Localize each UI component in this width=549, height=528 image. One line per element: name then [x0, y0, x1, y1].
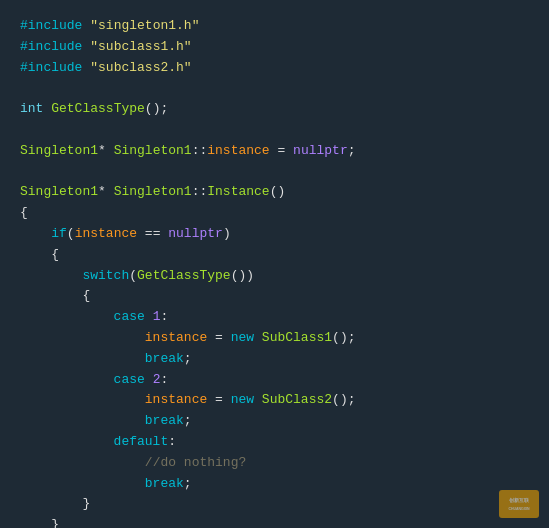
code-line: case 1:	[20, 307, 529, 328]
code-token: #include	[20, 58, 82, 79]
code-token: Singleton1	[20, 141, 98, 162]
code-line: default:	[20, 432, 529, 453]
svg-text:创新互联: 创新互联	[508, 497, 530, 503]
code-token: break	[20, 349, 184, 370]
code-token	[145, 307, 153, 328]
code-token	[145, 370, 153, 391]
code-token: //do nothing?	[145, 453, 246, 474]
code-token: =	[270, 141, 293, 162]
code-line: break;	[20, 349, 529, 370]
code-token: Singleton1	[114, 141, 192, 162]
code-token: ;	[184, 411, 192, 432]
code-token: ();	[332, 390, 355, 411]
code-line: //do nothing?	[20, 453, 529, 474]
code-token: #include	[20, 37, 82, 58]
code-token: instance	[20, 390, 207, 411]
code-block: #include "singleton1.h"#include "subclas…	[20, 16, 529, 528]
code-token	[82, 58, 90, 79]
code-line: }	[20, 494, 529, 515]
code-token: ();	[145, 99, 168, 120]
code-token: break	[20, 474, 184, 495]
code-token: Singleton1	[20, 182, 98, 203]
code-token: instance	[75, 224, 137, 245]
code-editor: #include "singleton1.h"#include "subclas…	[0, 0, 549, 528]
code-line: }	[20, 515, 529, 528]
code-line: break;	[20, 474, 529, 495]
code-token	[20, 453, 145, 474]
code-line	[20, 120, 529, 141]
watermark: 创新互联 CHUANGXIN	[499, 490, 539, 518]
code-token: if	[20, 224, 67, 245]
code-token: int	[20, 99, 43, 120]
code-token: nullptr	[168, 224, 223, 245]
code-line: instance = new SubClass1();	[20, 328, 529, 349]
code-token: *	[98, 182, 114, 203]
code-token: }	[20, 515, 59, 528]
code-token: 2	[153, 370, 161, 391]
svg-text:CHUANGXIN: CHUANGXIN	[508, 507, 530, 511]
code-token: break	[20, 411, 184, 432]
code-token: =	[207, 328, 230, 349]
code-token: #include	[20, 16, 82, 37]
code-token: :	[160, 307, 168, 328]
code-token: SubClass2	[262, 390, 332, 411]
code-line: #include "subclass1.h"	[20, 37, 529, 58]
code-token: {	[20, 203, 28, 224]
code-token: ())	[231, 266, 254, 287]
code-token: ()	[270, 182, 286, 203]
code-token: ==	[137, 224, 168, 245]
code-token: :	[160, 370, 168, 391]
code-line: instance = new SubClass2();	[20, 390, 529, 411]
code-token: (	[129, 266, 137, 287]
code-token	[254, 328, 262, 349]
code-token: {	[20, 245, 59, 266]
code-line: Singleton1* Singleton1::instance = nullp…	[20, 141, 529, 162]
code-token: 1	[153, 307, 161, 328]
svg-rect-0	[501, 492, 537, 516]
code-token: case	[20, 307, 145, 328]
code-line: #include "singleton1.h"	[20, 16, 529, 37]
code-token: =	[207, 390, 230, 411]
code-token: :	[168, 432, 176, 453]
code-token: *	[98, 141, 114, 162]
code-line: Singleton1* Singleton1::Instance()	[20, 182, 529, 203]
code-token: switch	[20, 266, 129, 287]
code-line: int GetClassType();	[20, 99, 529, 120]
code-token: Singleton1	[114, 182, 192, 203]
code-token: ();	[332, 328, 355, 349]
code-token: {	[20, 286, 90, 307]
code-line: {	[20, 286, 529, 307]
code-token: "singleton1.h"	[90, 16, 199, 37]
code-token: new	[231, 390, 254, 411]
code-token	[82, 37, 90, 58]
code-token: "subclass2.h"	[90, 58, 191, 79]
code-token: }	[20, 494, 90, 515]
code-token: new	[231, 328, 254, 349]
code-line: break;	[20, 411, 529, 432]
code-token	[43, 99, 51, 120]
code-token: ;	[184, 474, 192, 495]
code-token: )	[223, 224, 231, 245]
code-line: if(instance == nullptr)	[20, 224, 529, 245]
code-line	[20, 78, 529, 99]
code-token	[254, 390, 262, 411]
code-token: GetClassType	[137, 266, 231, 287]
code-token: nullptr	[293, 141, 348, 162]
code-token: (	[67, 224, 75, 245]
code-token: Instance	[207, 182, 269, 203]
code-line: switch(GetClassType())	[20, 266, 529, 287]
code-token: SubClass1	[262, 328, 332, 349]
code-token: default	[20, 432, 168, 453]
code-token: GetClassType	[51, 99, 145, 120]
code-token: ;	[184, 349, 192, 370]
code-line: {	[20, 245, 529, 266]
code-token: case	[20, 370, 145, 391]
code-token: ::	[192, 182, 208, 203]
watermark-logo: 创新互联 CHUANGXIN	[499, 490, 539, 518]
code-line: case 2:	[20, 370, 529, 391]
code-token	[82, 16, 90, 37]
code-token: instance	[207, 141, 269, 162]
code-line: {	[20, 203, 529, 224]
code-token: "subclass1.h"	[90, 37, 191, 58]
code-line: #include "subclass2.h"	[20, 58, 529, 79]
